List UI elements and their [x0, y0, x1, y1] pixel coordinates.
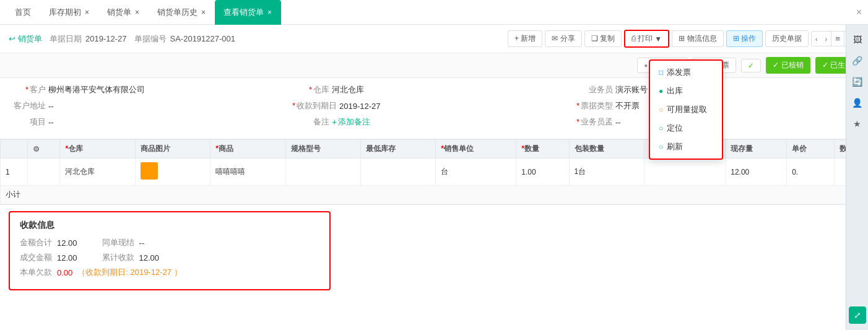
note-label: 备注 — [292, 116, 329, 128]
add-invoice-icon: □ — [659, 68, 663, 77]
panel-sync-icon[interactable]: 🔄 — [849, 73, 866, 90]
business-label: 业务员孟 — [576, 116, 613, 128]
available-qty-icon: ○ — [659, 105, 663, 114]
amount-label: 金额合计 — [20, 237, 52, 248]
dropdown-refresh[interactable]: ○ 刷新 — [650, 137, 722, 156]
cumulative-value: 12.00 — [139, 253, 160, 263]
confirm-button[interactable]: ✓ — [741, 59, 761, 72]
warehouse-field: 仓库 河北仓库 — [292, 84, 576, 95]
subtotal-row: 小计 — [1, 186, 868, 204]
th-pack-qty: 包装数量 — [569, 140, 644, 158]
tab-view-sales[interactable]: 查看销货单 × — [215, 0, 281, 25]
payment-row-1: 金额合计 12.00 同单现结 -- — [20, 237, 319, 248]
th-product: 商品 — [210, 140, 285, 158]
doc-number-meta: 单据编号 SA-20191227-001 — [134, 33, 236, 45]
debt-value: 0.00 — [57, 268, 72, 277]
td-available — [644, 158, 725, 186]
amount-value: 12.00 — [57, 238, 77, 248]
logistics-button[interactable]: ⊞ 物流信息 — [672, 30, 723, 47]
customer-field: 客户 柳州粤港平安气体有限公司 — [9, 84, 292, 95]
same-order-value: -- — [139, 238, 145, 248]
doc-type: ↩ 销货单 — [9, 33, 42, 45]
right-panel: 🖼 🔗 🔄 👤 ★ ⤢ — [846, 25, 868, 330]
doc-type-label-text: 销货单 — [18, 33, 42, 45]
tab-sales[interactable]: 销货单 × — [98, 0, 149, 25]
dropdown-locate[interactable]: ○ 定位 — [650, 119, 722, 137]
th-seq — [1, 140, 28, 158]
debt-label: 本单欠款 — [20, 267, 52, 278]
tab-sales-close[interactable]: × — [135, 8, 139, 17]
tab-inventory-close[interactable]: × — [85, 8, 89, 17]
th-spec: 规格型号 — [285, 140, 360, 158]
caozuo-button[interactable]: ⊞ 操作 — [726, 30, 763, 47]
doc-actions: + 新增 ✉ 分享 ❑ 复制 ⎙ 打印 ▼ ⊞ 物流信息 ⊞ 操作 历史单据 ‹… — [508, 30, 859, 48]
add-note-button[interactable]: 添加备注 — [332, 116, 370, 128]
product-table: ⚙ 仓库 商品图片 商品 规格型号 最低库存 销售单位 数量 包装数量 可用量 … — [0, 139, 868, 204]
ticket-type-value: 不开票 — [615, 100, 640, 111]
panel-expand-icon[interactable]: ⤢ — [849, 306, 866, 324]
td-min-stock — [360, 158, 435, 186]
prev-button[interactable]: ‹ — [812, 33, 822, 45]
next-button[interactable]: › — [822, 33, 831, 45]
list-view-button[interactable]: ≡ — [831, 32, 844, 46]
debt-note: （收款到期日: 2019-12-27 ） — [77, 267, 181, 278]
same-order-field: 同单现结 -- — [102, 237, 145, 248]
tab-sales-history[interactable]: 销货单历史 × — [149, 0, 215, 25]
business-value: -- — [615, 118, 621, 127]
date-value: 2019-12-27 — [85, 34, 127, 43]
copy-button[interactable]: ❑ 复制 — [584, 30, 622, 47]
dropdown-available-qty[interactable]: ○ 可用量提取 — [650, 100, 722, 119]
product-table-wrap: ⚙ 仓库 商品图片 商品 规格型号 最低库存 销售单位 数量 包装数量 可用量 … — [0, 139, 868, 205]
history-button[interactable]: 历史单据 — [765, 30, 809, 47]
new-button[interactable]: + 新增 — [508, 30, 542, 47]
subtotal-label: 小计 — [1, 186, 868, 204]
td-pack-qty: 1台 — [569, 158, 644, 186]
tab-inventory[interactable]: 库存期初 × — [40, 0, 98, 25]
project-label: 项目 — [9, 116, 46, 128]
payment-row-3: 本单欠款 0.00 （收款到期日: 2019-12-27 ） — [20, 267, 319, 278]
outbound-icon: ● — [659, 87, 663, 95]
panel-star-icon[interactable]: ★ — [849, 115, 866, 132]
td-price: 0. — [787, 158, 835, 186]
address-label: 客户地址 — [9, 100, 46, 111]
dropdown-add-invoice[interactable]: □ 添发票 — [650, 63, 722, 82]
refresh-icon: ○ — [659, 142, 663, 151]
th-gear[interactable]: ⚙ — [28, 140, 60, 158]
share-button[interactable]: ✉ 分享 — [545, 30, 581, 47]
locate-icon: ○ — [659, 124, 663, 132]
project-field: 项目 -- — [9, 116, 292, 128]
td-qty: 1.00 — [516, 158, 569, 186]
dropdown-outbound[interactable]: ● 出库 — [650, 82, 722, 100]
due-date-field: 收款到期日 2019-12-27 — [292, 100, 576, 111]
sub-toolbar: 来自手机 未开票 ✓ ✓ 已核销 ✓ 已生效 — [0, 53, 868, 78]
sold-button[interactable]: ✓ 已核销 — [766, 57, 810, 74]
tab-sales-history-close[interactable]: × — [201, 8, 206, 17]
print-button[interactable]: ⎙ 打印 ▼ — [624, 30, 669, 48]
td-product: 嘻嘻嘻嘻 — [210, 158, 285, 186]
th-stock: 现存量 — [726, 140, 787, 158]
table-header-row: ⚙ 仓库 商品图片 商品 规格型号 最低库存 销售单位 数量 包装数量 可用量 … — [1, 140, 868, 158]
td-unit: 台 — [436, 158, 516, 186]
doc-area: ↩ 销货单 单据日期 2019-12-27 单据编号 SA-20191227-0… — [0, 25, 868, 330]
tab-bar: 首页 库存期初 × 销货单 × 销货单历史 × 查看销货单 × × — [0, 0, 868, 25]
th-product-img: 商品图片 — [135, 140, 210, 158]
th-qty: 数量 — [516, 140, 569, 158]
td-gear — [28, 158, 60, 186]
payment-title: 收款信息 — [20, 220, 319, 231]
th-warehouse: 仓库 — [60, 140, 135, 158]
form-row-2: 客户地址 -- 收款到期日 2019-12-27 票据类型 不开票 — [9, 100, 859, 111]
date-label: 单据日期 — [50, 33, 82, 45]
transaction-field: 成交金额 12.00 — [20, 252, 77, 263]
window-close-button[interactable]: × — [856, 7, 862, 18]
customer-value: 柳州粤港平安气体有限公司 — [48, 84, 145, 95]
panel-link-icon[interactable]: 🔗 — [849, 52, 866, 69]
tab-home[interactable]: 首页 — [6, 0, 40, 25]
transaction-label: 成交金额 — [20, 252, 52, 263]
tab-view-sales-close[interactable]: × — [267, 8, 272, 17]
ticket-type-label: 票据类型 — [576, 100, 613, 111]
table-row: 1 河北仓库 嘻嘻嘻嘻 台 1.00 1台 12.00 0. — [1, 158, 868, 186]
product-thumbnail — [141, 162, 158, 180]
panel-image-icon[interactable]: 🖼 — [849, 31, 866, 48]
panel-user-icon[interactable]: 👤 — [849, 94, 866, 111]
th-min-stock: 最低库存 — [360, 140, 435, 158]
